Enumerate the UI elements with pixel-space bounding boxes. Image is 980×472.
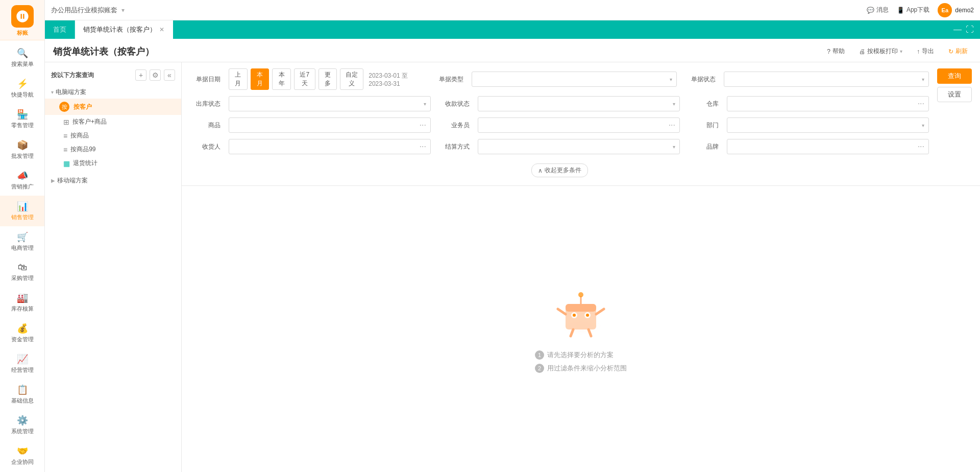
department-select[interactable]: ▾ [727, 117, 929, 133]
sidebar-item-agreement[interactable]: 🤝 企业协同 [0, 440, 44, 471]
messages-label: 消息 [876, 6, 889, 14]
query-btn[interactable]: 查询 [937, 68, 972, 84]
sidebar-item-retail[interactable]: 🏪 零售管理 [0, 104, 44, 134]
scheme-section-mobile-header[interactable]: ▶ 移动端方案 [45, 174, 181, 187]
print-dropdown-icon: ▾ [900, 49, 902, 54]
svg-rect-2 [566, 304, 596, 312]
goods-label: 商品 [190, 121, 220, 130]
receiver-select[interactable]: ··· [229, 139, 431, 154]
system-icon: ⚙️ [17, 415, 28, 426]
svg-line-8 [596, 309, 604, 314]
filter-row-status: 出库状态 ▾ 收款状态 ▾ 仓库 [190, 96, 929, 111]
logo-area: 标账 [0, 0, 44, 40]
user-name: demo2 [955, 7, 974, 14]
date-range-display: 2023-03-01 至 2023-03-31 [369, 72, 425, 87]
content-area: 销货单统计表（按客户） ? 帮助 🖨 按模板打印 ▾ ↑ 导出 ↻ 刷新 [45, 39, 980, 472]
out-status-select[interactable]: ▾ [229, 96, 431, 111]
doc-type-select[interactable]: ▾ [472, 72, 677, 87]
scheme-item-by-customer-goods[interactable]: ⊞ 按客户+商品 [45, 115, 181, 129]
page-actions: ? 帮助 🖨 按模板打印 ▾ ↑ 导出 ↻ 刷新 [823, 45, 972, 58]
filter-settings-btn[interactable]: 设置 [937, 87, 972, 102]
sidebar-item-inventory[interactable]: 🏭 库存核算 [0, 287, 44, 318]
warehouse-select[interactable]: ··· [727, 96, 929, 111]
empty-tip-2: 2 用过滤条件来缩小分析范围 [535, 364, 627, 373]
sidebar-item-quicknav-label: 快捷导航 [11, 91, 34, 99]
doc-status-arrow: ▾ [922, 77, 924, 82]
collect-status-select[interactable]: ▾ [478, 96, 680, 111]
sidebar-item-system[interactable]: ⚙️ 系统管理 [0, 410, 44, 440]
brand-label: 品牌 [688, 143, 719, 151]
scheme-item-by-goods-99[interactable]: ≡ 按商品99 [45, 143, 181, 156]
inventory-icon: 🏭 [17, 292, 28, 303]
collapse-conditions-btn[interactable]: ∧ 收起更多条件 [531, 163, 588, 177]
date-btn-custom[interactable]: 自定义 [340, 68, 363, 90]
collapse-scheme-btn[interactable]: « [164, 69, 175, 81]
maximize-icon[interactable]: ⛶ [966, 25, 974, 34]
app-download-btn[interactable]: 📱 App下载 [897, 6, 929, 14]
export-btn[interactable]: ↑ 导出 [913, 45, 938, 58]
sidebar-item-operations[interactable]: 📈 经营管理 [0, 348, 44, 379]
sidebar-item-marketing[interactable]: 📣 营销推广 [0, 165, 44, 196]
desktop-section-arrow: ▾ [51, 89, 54, 95]
sidebar-item-purchase-label: 采购管理 [11, 274, 34, 282]
return-stat-icon: ▦ [63, 159, 70, 168]
sidebar-item-basic[interactable]: 📋 基础信息 [0, 379, 44, 410]
salesperson-select[interactable]: ··· [478, 117, 680, 133]
tab-window-btns: — ⛶ [953, 25, 980, 34]
scheme-item-return-stat[interactable]: ▦ 退货统计 [45, 156, 181, 170]
scheme-item-by-customer[interactable]: 按 按客户 [45, 99, 181, 115]
sidebar-item-ecommerce[interactable]: 🛒 电商管理 [0, 226, 44, 257]
sidebar-item-quicknav[interactable]: ⚡ 快捷导航 [0, 73, 44, 104]
minimize-icon[interactable]: — [953, 25, 962, 34]
tab-sales-stat[interactable]: 销货单统计表（按客户） ✕ [75, 20, 173, 39]
date-btn-more[interactable]: 更多 [318, 68, 337, 90]
sidebar-item-search[interactable]: 🔍 搜索菜单 [0, 42, 44, 73]
tab-home[interactable]: 首页 [45, 20, 75, 39]
receiver-label: 收货人 [190, 143, 220, 151]
tip-2-text: 用过滤条件来缩小分析范围 [547, 364, 627, 373]
template-print-btn[interactable]: 🖨 按模板打印 ▾ [855, 45, 906, 58]
sidebar-item-operations-label: 经营管理 [11, 366, 34, 374]
tab-home-label: 首页 [53, 25, 66, 34]
collect-status-arrow: ▾ [673, 101, 675, 107]
settings-scheme-btn[interactable]: ⚙ [150, 69, 161, 81]
svg-line-7 [558, 309, 566, 314]
refresh-btn[interactable]: ↻ 刷新 [944, 45, 972, 58]
sidebar-item-finance[interactable]: 💰 资金管理 [0, 318, 44, 348]
operations-icon: 📈 [17, 353, 28, 365]
scheme-section-desktop-header[interactable]: ▾ 电脑端方案 [45, 86, 181, 99]
settle-select[interactable]: ▾ [478, 139, 680, 154]
by-goods-99-icon: ≡ [63, 146, 67, 154]
sidebar-item-purchase[interactable]: 🛍 采购管理 [0, 257, 44, 287]
date-btn-this-year[interactable]: 本年 [272, 68, 291, 90]
user-area[interactable]: Ea demo2 [938, 3, 974, 17]
mobile-section-arrow: ▶ [51, 178, 55, 183]
date-group: 上月 本月 本年 近7天 更多 自定义 2023-03-01 至 2023-03… [229, 68, 425, 90]
scheme-item-by-goods[interactable]: ≡ 按商品 [45, 129, 181, 143]
date-btn-last-month[interactable]: 上月 [229, 68, 248, 90]
brand-select[interactable]: ··· [727, 139, 929, 154]
sidebar-item-sales[interactable]: 📊 销售管理 [0, 196, 44, 226]
date-btn-last-7[interactable]: 近7天 [294, 68, 315, 90]
goods-select[interactable]: ··· [229, 117, 431, 133]
refresh-icon: ↻ [948, 48, 953, 55]
doc-status-select[interactable]: ▾ [724, 72, 929, 87]
messages-btn[interactable]: 💬 消息 [867, 6, 889, 14]
warehouse-dots: ··· [918, 99, 924, 108]
doc-status-label: 单据状态 [685, 75, 716, 84]
goods-dots: ··· [420, 121, 426, 130]
date-btn-this-month[interactable]: 本月 [251, 68, 270, 90]
tab-close-icon[interactable]: ✕ [159, 26, 164, 33]
help-btn[interactable]: ? 帮助 [823, 45, 849, 58]
header-dropdown-icon[interactable]: ▾ [121, 7, 125, 14]
wholesale-icon: 📦 [17, 139, 28, 151]
sidebar-item-wholesale[interactable]: 📦 批发管理 [0, 134, 44, 165]
message-icon: 💬 [867, 7, 874, 14]
department-arrow: ▾ [922, 123, 924, 128]
logo-text: 标账 [17, 29, 28, 37]
sidebar-item-marketing-label: 营销推广 [11, 183, 34, 191]
scheme-section-mobile: ▶ 移动端方案 [45, 172, 181, 189]
add-scheme-btn[interactable]: + [135, 69, 146, 81]
tab-bar: 首页 销货单统计表（按客户） ✕ — ⛶ [45, 20, 980, 39]
collect-status-label: 收款状态 [439, 100, 470, 108]
